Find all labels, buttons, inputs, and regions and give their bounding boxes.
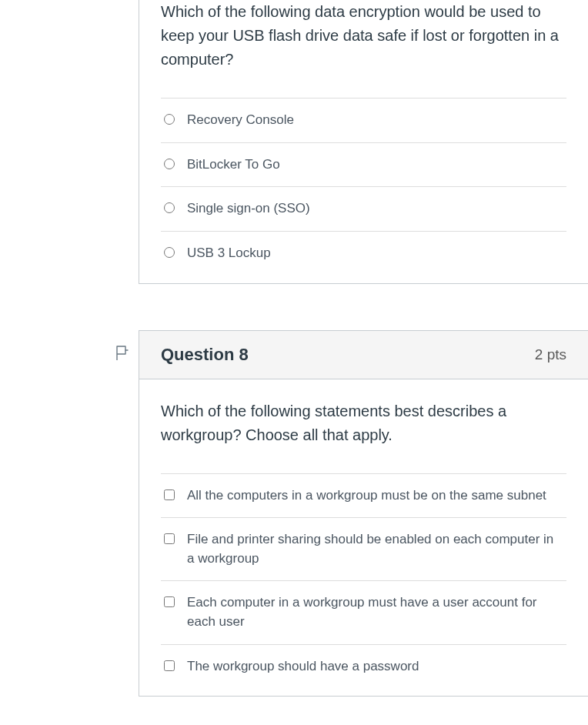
answer-option[interactable]: The workgroup should have a password bbox=[161, 645, 566, 689]
answer-list: All the computers in a workgroup must be… bbox=[161, 473, 566, 689]
question-card-8: Question 8 2 pts Which of the following … bbox=[139, 330, 588, 697]
answer-list: Recovery Console BitLocker To Go Single … bbox=[161, 98, 566, 276]
answer-label: Recovery Console bbox=[187, 111, 294, 130]
answer-option[interactable]: All the computers in a workgroup must be… bbox=[161, 474, 566, 519]
question-prompt: Which of the following statements best d… bbox=[161, 399, 566, 447]
question-title: Question 8 bbox=[161, 345, 249, 365]
answer-label: All the computers in a workgroup must be… bbox=[187, 486, 546, 506]
answer-label: File and printer sharing should be enabl… bbox=[187, 530, 563, 568]
checkbox-input[interactable] bbox=[164, 533, 175, 544]
question-body: Which of the following statements best d… bbox=[139, 379, 588, 697]
radio-input[interactable] bbox=[164, 202, 175, 213]
answer-label: USB 3 Lockup bbox=[187, 244, 271, 263]
answer-label: Each computer in a workgroup must have a… bbox=[187, 593, 563, 631]
answer-option[interactable]: Single sign-on (SSO) bbox=[161, 187, 566, 232]
answer-option[interactable]: USB 3 Lockup bbox=[161, 232, 566, 276]
answer-option[interactable]: Each computer in a workgroup must have a… bbox=[161, 581, 566, 644]
answer-option[interactable]: File and printer sharing should be enabl… bbox=[161, 518, 566, 581]
flag-icon[interactable] bbox=[115, 345, 129, 365]
question-points: 2 pts bbox=[535, 346, 566, 363]
question-card-7: Which of the following data encryption w… bbox=[139, 0, 588, 284]
checkbox-input[interactable] bbox=[164, 660, 175, 671]
radio-input[interactable] bbox=[164, 247, 175, 258]
checkbox-input[interactable] bbox=[164, 489, 175, 500]
answer-option[interactable]: Recovery Console bbox=[161, 99, 566, 143]
question-body: Which of the following data encryption w… bbox=[139, 0, 588, 283]
question-prompt: Which of the following data encryption w… bbox=[161, 0, 566, 72]
radio-input[interactable] bbox=[164, 114, 175, 125]
answer-label: Single sign-on (SSO) bbox=[187, 199, 310, 219]
answer-option[interactable]: BitLocker To Go bbox=[161, 143, 566, 188]
answer-label: BitLocker To Go bbox=[187, 155, 280, 175]
answer-label: The workgroup should have a password bbox=[187, 657, 419, 677]
checkbox-input[interactable] bbox=[164, 596, 175, 607]
radio-input[interactable] bbox=[164, 159, 175, 169]
question-header: Question 8 2 pts bbox=[139, 331, 588, 379]
